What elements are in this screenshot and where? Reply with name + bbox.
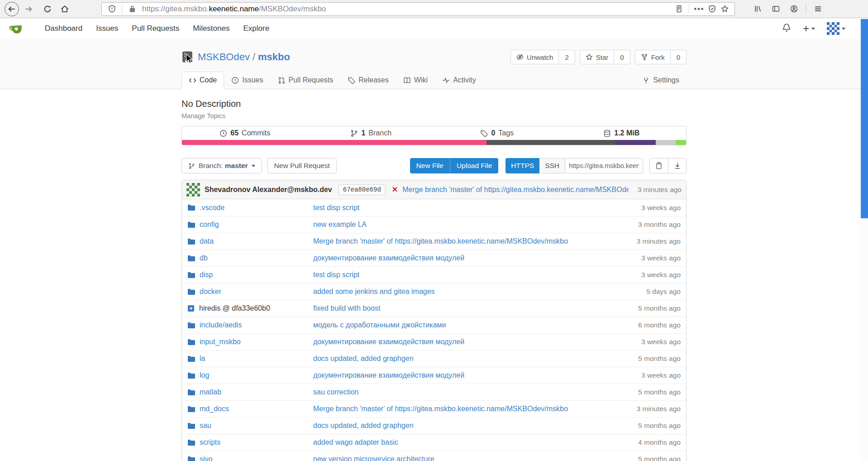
menu-icon[interactable] bbox=[811, 3, 824, 15]
entry-commit-message-link[interactable]: added wago adapter basic bbox=[313, 438, 398, 446]
commit-sha-link[interactable]: 67ea80e69d bbox=[339, 184, 386, 195]
entry-name[interactable]: matlab bbox=[200, 388, 221, 396]
stars-count[interactable]: 0 bbox=[614, 50, 630, 64]
reader-mode-icon[interactable] bbox=[672, 3, 685, 15]
tab-pull-requests[interactable]: Pull Requests bbox=[271, 72, 341, 89]
entry-time: 3 minutes ago bbox=[607, 237, 686, 245]
clone-url-input[interactable] bbox=[565, 158, 643, 173]
branch-selector[interactable]: Branch: master bbox=[181, 158, 262, 173]
entry-message-cell: test disp script bbox=[313, 204, 607, 212]
tab-activity[interactable]: Activity bbox=[435, 72, 483, 89]
nav-pull-requests[interactable]: Pull Requests bbox=[125, 24, 186, 33]
entry-commit-message-link[interactable]: sau correction bbox=[313, 388, 359, 396]
page-scrollbar[interactable] bbox=[861, 19, 868, 461]
lock-icon[interactable] bbox=[126, 3, 138, 15]
entry-name[interactable]: sivo bbox=[200, 455, 212, 461]
address-bar[interactable]: https://gitea.mskbo.keenetic.name/MSKBOd… bbox=[101, 2, 735, 16]
reload-button[interactable] bbox=[41, 2, 54, 16]
tab-code[interactable]: Code bbox=[181, 72, 224, 89]
entry-name[interactable]: .vscode bbox=[200, 204, 224, 212]
tab-wiki[interactable]: Wiki bbox=[396, 72, 435, 89]
tab-issues[interactable]: Issues bbox=[224, 72, 270, 89]
commits-stat[interactable]: 65Commits bbox=[182, 126, 308, 140]
tags-stat[interactable]: 0Tags bbox=[434, 126, 560, 140]
chevron-down-icon bbox=[811, 28, 815, 30]
entry-commit-message-link[interactable]: модель с доработанными джойстиками bbox=[313, 321, 446, 329]
ssh-button[interactable]: SSH bbox=[539, 158, 565, 173]
entry-name[interactable]: docker bbox=[200, 288, 221, 296]
url-text[interactable]: https://gitea.mskbo.keenetic.name/MSKBOd… bbox=[142, 5, 672, 14]
entry-name[interactable]: log bbox=[200, 371, 209, 379]
repo-name-link[interactable]: mskbo bbox=[258, 51, 290, 62]
copy-url-button[interactable] bbox=[650, 158, 668, 173]
star-button[interactable]: Star bbox=[580, 50, 614, 64]
fork-button[interactable]: Fork bbox=[635, 50, 670, 64]
entry-commit-message-link[interactable]: added some jenkins and gitea images bbox=[313, 288, 435, 295]
entry-name[interactable]: md_docs bbox=[200, 405, 229, 413]
entry-commit-message-link[interactable]: Merge branch 'master' of https://gitea.m… bbox=[313, 237, 568, 245]
scrollbar-thumb[interactable] bbox=[861, 19, 868, 218]
back-button[interactable] bbox=[5, 2, 19, 16]
entry-commit-message-link[interactable]: test disp script bbox=[313, 271, 359, 279]
commit-status-failed-icon[interactable]: ✕ bbox=[392, 185, 398, 194]
branches-stat[interactable]: 1Branch bbox=[308, 126, 434, 140]
entry-name[interactable]: config bbox=[200, 221, 219, 229]
entry-name[interactable]: scripts bbox=[200, 438, 220, 447]
repo-owner-link[interactable]: MSKBOdev bbox=[198, 51, 250, 62]
user-menu[interactable] bbox=[827, 22, 845, 35]
gitea-logo[interactable] bbox=[9, 22, 23, 35]
https-button[interactable]: HTTPS bbox=[506, 158, 539, 173]
entry-commit-message-link[interactable]: Merge branch 'master' of https://gitea.m… bbox=[313, 405, 568, 413]
nav-issues[interactable]: Issues bbox=[89, 24, 125, 33]
folder-icon bbox=[187, 423, 195, 429]
account-icon[interactable] bbox=[787, 3, 800, 15]
upload-file-button[interactable]: Upload File bbox=[450, 158, 498, 173]
entry-commit-message-link[interactable]: fixed build with boost bbox=[313, 304, 381, 312]
entry-name[interactable]: la bbox=[200, 355, 205, 363]
tab-releases[interactable]: Releases bbox=[340, 72, 396, 89]
download-button[interactable] bbox=[668, 158, 686, 173]
entry-name-cell: disp bbox=[182, 271, 313, 279]
entry-commit-message-link[interactable]: new version microservice architecture bbox=[313, 455, 434, 461]
tracking-shield-icon[interactable] bbox=[105, 3, 118, 15]
entry-time: 5 months ago bbox=[607, 388, 686, 396]
entry-commit-message-link[interactable]: test disp script bbox=[313, 204, 359, 211]
commit-message-link[interactable]: Merge branch 'master' of https://gitea.m… bbox=[402, 186, 628, 194]
unwatch-button[interactable]: Unwatch bbox=[511, 50, 558, 64]
entry-commit-message-link[interactable]: документирование взаимодействия модулей bbox=[313, 254, 464, 262]
entry-commit-message-link[interactable]: docs updated, added graphgen bbox=[313, 355, 414, 362]
language-stats-bar[interactable] bbox=[181, 140, 687, 145]
book-icon bbox=[403, 77, 411, 84]
entry-name[interactable]: data bbox=[200, 237, 214, 245]
entry-commit-message-link[interactable]: docs updated, added graphgen bbox=[313, 422, 414, 429]
chevron-down-icon bbox=[252, 165, 255, 167]
notifications-button[interactable] bbox=[782, 23, 791, 34]
nav-explore[interactable]: Explore bbox=[236, 24, 276, 33]
create-new-button[interactable]: + bbox=[803, 24, 815, 33]
entry-name[interactable]: disp bbox=[200, 271, 213, 279]
forks-count[interactable]: 0 bbox=[670, 50, 686, 64]
entry-commit-message-link[interactable]: документирование взаимодействия модулей bbox=[313, 338, 464, 346]
entry-name[interactable]: hiredis @ dfa33e60b0 bbox=[199, 304, 270, 312]
entry-name[interactable]: input_mskbo bbox=[200, 338, 241, 346]
sidebar-icon[interactable] bbox=[769, 3, 782, 15]
entry-commit-message-link[interactable]: документирование взаимодействия модулей bbox=[313, 371, 464, 379]
page-actions-icon[interactable]: ••• bbox=[693, 3, 706, 15]
nav-dashboard[interactable]: Dashboard bbox=[38, 24, 89, 33]
nav-milestones[interactable]: Milestones bbox=[186, 24, 236, 33]
entry-message-cell: Merge branch 'master' of https://gitea.m… bbox=[313, 237, 607, 245]
new-file-button[interactable]: New File bbox=[410, 158, 450, 173]
entry-name[interactable]: include/aedis bbox=[200, 321, 242, 329]
bookmark-star-icon[interactable] bbox=[718, 3, 731, 15]
new-pull-request-button[interactable]: New Pull Request bbox=[267, 158, 337, 173]
entry-commit-message-link[interactable]: new example LA bbox=[313, 221, 367, 228]
forward-button[interactable] bbox=[22, 2, 35, 16]
home-button[interactable] bbox=[58, 2, 72, 16]
tab-settings[interactable]: Settings bbox=[635, 72, 687, 89]
watchers-count[interactable]: 2 bbox=[558, 50, 574, 64]
library-icon[interactable] bbox=[751, 3, 764, 15]
manage-topics-link[interactable]: Manage Topics bbox=[181, 112, 225, 120]
entry-name[interactable]: db bbox=[200, 254, 208, 262]
protection-shield-icon[interactable] bbox=[706, 3, 718, 15]
entry-name[interactable]: sau bbox=[200, 422, 211, 430]
